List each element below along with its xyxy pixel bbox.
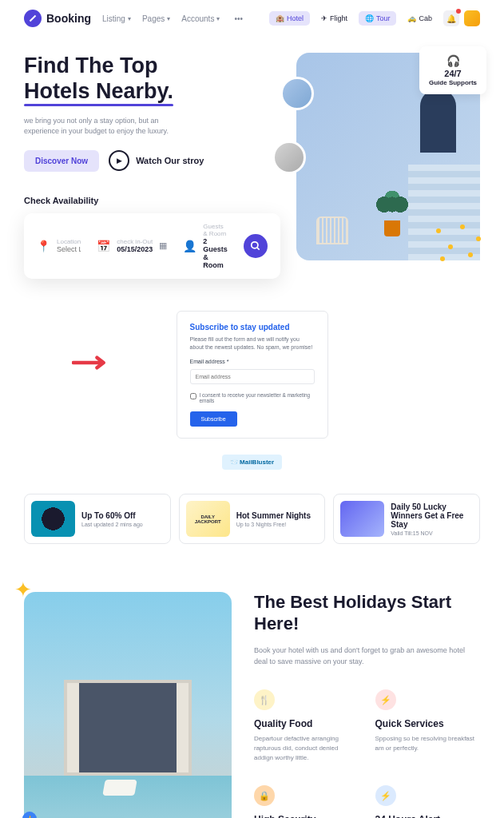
guests-field[interactable]: 👤 Guests & Room 2 Guests & Room bbox=[183, 223, 228, 269]
feature-high-security: 🔒 High Security Arranging repturous did … bbox=[254, 785, 359, 818]
hero-subtitle: we bring you not only a stay option, but… bbox=[24, 116, 192, 137]
header-actions: 🏨 Hotel ✈ Flight 🌐 Tour 🚕 Cab 🔔 bbox=[269, 10, 480, 26]
promo-image-2: DAILY JACKPORT bbox=[186, 501, 230, 537]
headset-icon: 🎧 bbox=[429, 54, 477, 67]
svg-line-1 bbox=[257, 248, 260, 250]
arch-decor bbox=[420, 89, 456, 153]
plant-decor bbox=[372, 189, 412, 244]
chip-cab[interactable]: 🚕 Cab bbox=[401, 11, 439, 26]
promo-image-1 bbox=[31, 501, 75, 537]
brand-name: Booking bbox=[46, 12, 91, 25]
location-field[interactable]: 📍 Location bbox=[37, 238, 81, 253]
nav-listing[interactable]: Listing bbox=[102, 14, 131, 23]
hero-content: Find The Top Hotels Nearby. we bring you… bbox=[24, 53, 280, 279]
user-avatar[interactable] bbox=[464, 10, 480, 26]
calendar-icon: 📅 bbox=[97, 240, 110, 252]
fork-knife-icon: 🍴 bbox=[254, 689, 275, 710]
search-icon bbox=[250, 240, 261, 252]
holidays-section: ✦ 👍 Clint Rating 1K+ 4.5 ★ The Best Holi… bbox=[0, 592, 504, 818]
support-card: 🎧 24/7 Guide Supports bbox=[419, 46, 486, 94]
subscribe-title: Subscribe to stay updated bbox=[190, 323, 315, 332]
promo-card-3[interactable]: Daily 50 Lucky Winners Get a Free Stay V… bbox=[333, 494, 480, 544]
nav-accounts[interactable]: Accounts bbox=[181, 14, 220, 23]
search-button[interactable] bbox=[244, 234, 268, 258]
search-bar: 📍 Location 📅 check in-Out 05/15/2023 ▦ bbox=[24, 213, 280, 279]
location-input[interactable] bbox=[57, 245, 81, 253]
subscribe-section: Subscribe to stay updated Please fill ou… bbox=[24, 311, 480, 439]
availability-section: Check Availability 📍 Location 📅 check in… bbox=[24, 196, 280, 279]
hero-image: 🎧 24/7 Guide Supports bbox=[296, 53, 480, 260]
features-grid: 🍴 Quality Food Departour defactive arran… bbox=[254, 689, 480, 818]
person-icon: 👤 bbox=[183, 240, 196, 252]
promo-row: Up To 60% Off Last updated 2 mins ago DA… bbox=[0, 494, 504, 544]
chip-hotel[interactable]: 🏨 Hotel bbox=[269, 11, 310, 26]
nav-more[interactable]: ••• bbox=[234, 14, 243, 23]
availability-title: Check Availability bbox=[24, 196, 280, 205]
date-field[interactable]: 📅 check in-Out 05/15/2023 ▦ bbox=[97, 238, 167, 253]
hero-actions: Discover Now ▶ Watch Our stroy bbox=[24, 150, 280, 172]
subscribe-card: Subscribe to stay updated Please fill ou… bbox=[177, 311, 328, 439]
promo-image-3 bbox=[340, 501, 384, 537]
subscribe-button[interactable]: Subscribe bbox=[190, 411, 237, 427]
mailbluster-badge-wrap: 📨 MailBluster bbox=[0, 455, 504, 470]
promo-card-1[interactable]: Up To 60% Off Last updated 2 mins ago bbox=[24, 494, 171, 544]
calendar-picker-icon[interactable]: ▦ bbox=[159, 240, 167, 251]
notification-dot bbox=[456, 9, 461, 14]
chair-decor bbox=[316, 216, 348, 244]
brand-logo[interactable]: Booking bbox=[24, 10, 91, 27]
consent-label: I consent to receive your newsletter & m… bbox=[200, 392, 315, 403]
confetti-decor bbox=[428, 220, 492, 268]
alert-icon: ⚡ bbox=[375, 785, 396, 806]
lock-icon: 🔒 bbox=[254, 785, 275, 806]
hero-section: Find The Top Hotels Nearby. we bring you… bbox=[0, 37, 504, 279]
play-icon: ▶ bbox=[109, 150, 129, 171]
plane-icon bbox=[24, 10, 42, 27]
discover-button[interactable]: Discover Now bbox=[24, 150, 99, 172]
watch-label: Watch Our stroy bbox=[136, 156, 204, 165]
nav-pages[interactable]: Pages bbox=[142, 14, 170, 23]
thumb-image-1 bbox=[280, 77, 314, 110]
header: Booking Listing Pages Accounts ••• 🏨 Hot… bbox=[0, 0, 504, 37]
holidays-content: The Best Holidays Start Here! Book your … bbox=[254, 592, 480, 818]
lounger-decor bbox=[104, 780, 152, 808]
holidays-title: The Best Holidays Start Here! bbox=[254, 592, 480, 634]
thumb-image-2 bbox=[272, 141, 306, 174]
svg-point-0 bbox=[252, 242, 258, 248]
support-subtitle: Guide Supports bbox=[429, 79, 477, 86]
consent-checkbox[interactable] bbox=[190, 393, 196, 399]
promo-card-2[interactable]: DAILY JACKPORT Hot Summer Nights Up to 3… bbox=[179, 494, 326, 544]
feature-quick-services: ⚡ Quick Services Spposing so be resolvin… bbox=[375, 689, 481, 763]
building-decor bbox=[64, 680, 192, 776]
notifications-button[interactable]: 🔔 bbox=[443, 10, 459, 26]
holidays-subtitle: Book your hotel with us and don't forget… bbox=[254, 645, 480, 667]
mailbluster-badge[interactable]: 📨 MailBluster bbox=[222, 455, 282, 470]
bolt-icon: ⚡ bbox=[375, 689, 396, 710]
email-input[interactable] bbox=[190, 369, 315, 384]
feature-24-hours-alert: ⚡ 24 Hours Alert rapturous did belive hi… bbox=[375, 785, 481, 818]
chip-tour[interactable]: 🌐 Tour bbox=[359, 11, 397, 26]
chip-flight[interactable]: ✈ Flight bbox=[315, 11, 354, 26]
arrow-icon bbox=[72, 355, 108, 374]
hero-title: Find The Top Hotels Nearby. bbox=[24, 53, 280, 105]
holidays-image: 👍 Clint Rating 1K+ 4.5 ★ bbox=[24, 592, 232, 818]
email-label: Email address * bbox=[190, 359, 315, 364]
subscribe-desc: Please fill out the form and we will not… bbox=[190, 336, 315, 351]
consent-row: I consent to receive your newsletter & m… bbox=[190, 392, 315, 403]
watch-story-button[interactable]: ▶ Watch Our stroy bbox=[109, 150, 204, 171]
support-title: 24/7 bbox=[429, 69, 477, 78]
location-pin-icon: 📍 bbox=[37, 240, 50, 252]
main-nav: Listing Pages Accounts ••• bbox=[102, 14, 243, 23]
feature-quality-food: 🍴 Quality Food Departour defactive arran… bbox=[254, 689, 359, 763]
